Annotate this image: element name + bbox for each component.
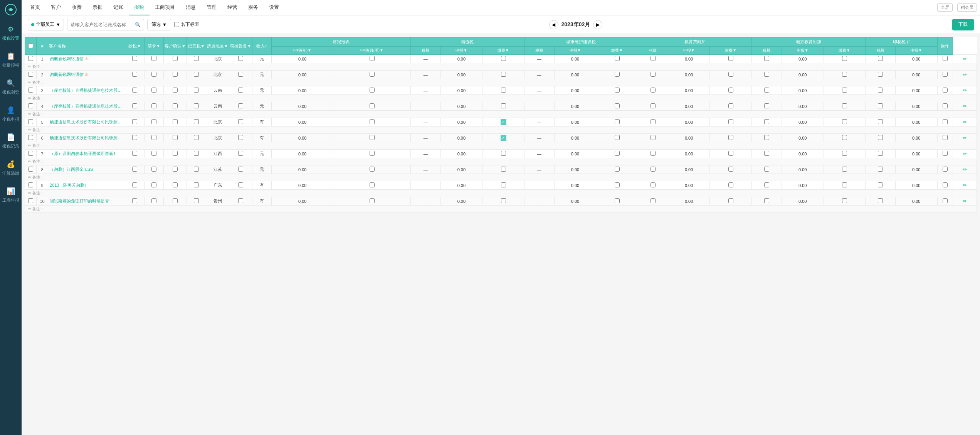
tax-copy-checkbox[interactable] (132, 88, 137, 93)
row-declared[interactable] (187, 165, 206, 174)
tax-copy-checkbox[interactable] (132, 135, 137, 140)
row-tax-equip[interactable] (229, 86, 252, 95)
row-local-declare[interactable] (824, 134, 866, 142)
clear-card-checkbox[interactable] (151, 119, 156, 124)
row-stamp-declare[interactable] (937, 118, 953, 126)
row-fin-year[interactable] (333, 118, 410, 126)
row-owner-confirm[interactable] (164, 71, 187, 79)
next-date-button[interactable]: ▶ (593, 20, 602, 29)
prev-date-button[interactable]: ◀ (549, 20, 558, 29)
row-owner-confirm[interactable] (164, 134, 187, 142)
tax-copy-checkbox[interactable] (132, 198, 137, 203)
row-declared[interactable] (187, 181, 206, 190)
row-city-declare[interactable] (596, 86, 638, 95)
tax-equip-checkbox[interactable] (238, 88, 243, 93)
row-city-fee[interactable] (638, 165, 668, 174)
fin-year-checkbox[interactable] (370, 88, 375, 93)
row-client-name[interactable]: 勿删新锐网络通信 ⚠ (48, 55, 125, 63)
row-city-fee[interactable] (638, 71, 668, 79)
remark-cell[interactable]: ✏ 备注： (25, 63, 977, 71)
col-tax-equip[interactable]: 税控设备▼ (229, 37, 252, 55)
row-clear-card[interactable] (145, 165, 164, 174)
row-vat-declare[interactable] (482, 102, 524, 111)
city-fee-checkbox[interactable] (651, 72, 656, 77)
local-fee-checkbox[interactable] (878, 88, 883, 93)
local-fee-checkbox[interactable] (878, 135, 883, 140)
local-declare-checkbox[interactable] (842, 135, 847, 140)
col-owner-confirm[interactable]: 客户确认▼ (164, 37, 187, 55)
stamp-declare-checkbox[interactable] (943, 88, 948, 93)
declared-checkbox[interactable] (194, 119, 199, 124)
edu-declare-checkbox[interactable] (728, 167, 733, 172)
row-checkbox-cell[interactable] (25, 134, 37, 142)
col-clear-card[interactable]: 清卡▼ (145, 37, 164, 55)
row-clear-card[interactable] (145, 102, 164, 111)
local-declare-checkbox[interactable] (842, 72, 847, 77)
city-declare-checkbox[interactable] (615, 103, 620, 108)
local-declare-checkbox[interactable] (842, 167, 847, 172)
row-edu-fee[interactable] (752, 150, 782, 158)
local-declare-checkbox[interactable] (842, 56, 847, 61)
local-fee-checkbox[interactable] (878, 182, 883, 187)
row-edit-cell[interactable]: ✏ (953, 181, 977, 190)
edit-icon[interactable]: ✏ (963, 167, 967, 172)
edu-fee-checkbox[interactable] (764, 88, 769, 93)
row-city-fee[interactable] (638, 134, 668, 142)
vat-declare-checkbox[interactable] (501, 103, 506, 108)
row-city-fee[interactable] (638, 102, 668, 111)
clear-card-checkbox[interactable] (151, 103, 156, 108)
row-local-fee[interactable] (866, 71, 896, 79)
row-clear-card[interactable] (145, 181, 164, 190)
declared-checkbox[interactable] (194, 198, 199, 203)
stamp-declare-checkbox[interactable] (943, 182, 948, 187)
row-local-fee[interactable] (866, 150, 896, 158)
local-fee-checkbox[interactable] (878, 72, 883, 77)
row-vat-declare[interactable]: ✓ (482, 118, 524, 126)
nav-settings[interactable]: 设置 (264, 0, 284, 15)
owner-confirm-checkbox[interactable] (173, 182, 178, 187)
row-vat-declare[interactable] (482, 71, 524, 79)
fin-year-checkbox[interactable] (370, 56, 375, 61)
subordinate-checkbox-label[interactable]: 名下标表 (174, 21, 199, 28)
row-local-fee[interactable] (866, 118, 896, 126)
tax-copy-checkbox[interactable] (132, 72, 137, 77)
row-declared[interactable] (187, 71, 206, 79)
declared-checkbox[interactable] (194, 167, 199, 172)
row-edu-fee[interactable] (752, 86, 782, 95)
tax-equip-checkbox[interactable] (238, 103, 243, 108)
local-fee-checkbox[interactable] (878, 103, 883, 108)
sidebar-item-tax-records[interactable]: 📄 报税记录 (0, 127, 22, 154)
row-tax-copy[interactable] (125, 102, 145, 111)
row-tax-equip[interactable] (229, 55, 252, 63)
row-declared[interactable] (187, 118, 206, 126)
row-client-name[interactable]: （原）误删勿改李艳牙测试斯赛新1 (48, 150, 125, 158)
clear-card-checkbox[interactable] (151, 56, 156, 61)
clear-card-checkbox[interactable] (151, 72, 156, 77)
fin-year-checkbox[interactable] (370, 167, 375, 172)
row-city-declare[interactable] (596, 197, 638, 206)
local-declare-checkbox[interactable] (842, 151, 847, 156)
row-edu-declare[interactable] (710, 134, 752, 142)
city-fee-checkbox[interactable] (651, 182, 656, 187)
stamp-declare-checkbox[interactable] (943, 135, 948, 140)
clear-card-checkbox[interactable] (151, 182, 156, 187)
edit-icon[interactable]: ✏ (963, 88, 967, 93)
row-clear-card[interactable] (145, 197, 164, 206)
row-edu-fee[interactable] (752, 71, 782, 79)
row-checkbox-cell[interactable] (25, 102, 37, 111)
row-edit-cell[interactable]: ✏ (953, 86, 977, 95)
nav-home[interactable]: 首页 (25, 0, 45, 15)
row-tax-copy[interactable] (125, 71, 145, 79)
row-local-declare[interactable] (824, 102, 866, 111)
row-checkbox-cell[interactable] (25, 165, 37, 174)
row-owner-confirm[interactable] (164, 197, 187, 206)
edit-icon[interactable]: ✏ (963, 103, 967, 109)
declared-checkbox[interactable] (194, 151, 199, 156)
owner-confirm-checkbox[interactable] (173, 198, 178, 203)
row-edu-fee[interactable] (752, 181, 782, 190)
tax-copy-checkbox[interactable] (132, 103, 137, 108)
city-declare-checkbox[interactable] (615, 151, 620, 156)
row-owner-confirm[interactable] (164, 150, 187, 158)
row-city-fee[interactable] (638, 55, 668, 63)
sub-edu-declare[interactable]: 申报▼ (668, 47, 710, 55)
